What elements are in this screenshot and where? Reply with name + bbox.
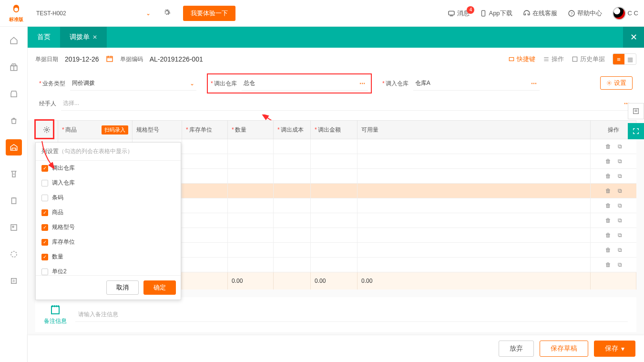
copy-icon[interactable]: ⧉ — [618, 187, 622, 194]
shortcut-link[interactable]: 快捷键 — [508, 55, 535, 63]
form-row-2: 经手人 选择...⋯ — [28, 94, 644, 120]
checkbox-icon — [41, 269, 48, 275]
help-button[interactable]: ? 帮助中心 — [568, 9, 602, 18]
home-icon[interactable] — [6, 32, 22, 49]
sidebar: 新 — [0, 27, 28, 362]
user-menu[interactable]: C C — [613, 7, 638, 20]
new-icon[interactable]: 新 — [6, 273, 22, 289]
delete-icon[interactable]: 🗑 — [605, 217, 611, 224]
docno-label: 单据编码 — [120, 55, 143, 63]
delete-icon[interactable]: 🗑 — [605, 261, 611, 268]
delete-icon[interactable]: 🗑 — [605, 202, 611, 209]
gear-icon[interactable] — [160, 6, 174, 21]
column-option[interactable]: ✓调出仓库 — [36, 161, 181, 176]
more-icon[interactable]: ⋯ — [359, 80, 366, 87]
copy-icon[interactable]: ⧉ — [618, 173, 622, 179]
close-icon[interactable]: ✕ — [92, 34, 97, 41]
column-option[interactable]: ✓商品 — [36, 205, 181, 220]
copy-icon[interactable]: ⧉ — [618, 143, 622, 150]
copy-icon[interactable]: ⧉ — [618, 158, 622, 165]
delete-icon[interactable]: 🗑 — [605, 232, 611, 238]
popup-list[interactable]: ✓调出仓库调入仓库条码✓商品✓规格型号✓库存单位✓数量单位2 — [36, 161, 181, 275]
delete-icon[interactable]: 🗑 — [605, 247, 611, 253]
field-out-warehouse[interactable]: *调出仓库 总仓⋯ — [211, 76, 368, 91]
copy-icon[interactable]: ⧉ — [618, 232, 622, 238]
remark-input[interactable]: 请输入备注信息 — [75, 308, 628, 322]
column-option[interactable]: 单位2 — [36, 264, 181, 275]
column-option[interactable]: ✓规格型号 — [36, 220, 181, 235]
delete-icon[interactable]: 🗑 — [605, 187, 611, 194]
support-label: 在线客服 — [532, 9, 557, 18]
save-draft-button[interactable]: 保存草稿 — [540, 341, 588, 357]
column-option[interactable]: 条码 — [36, 190, 181, 205]
note-icon[interactable] — [628, 103, 644, 119]
discard-button[interactable]: 放弃 — [499, 341, 534, 357]
checkbox-icon: ✓ — [41, 254, 48, 260]
copy-icon[interactable]: ⧉ — [618, 261, 622, 268]
settings-button[interactable]: 设置 — [600, 76, 633, 90]
tab-home[interactable]: 首页 — [28, 27, 60, 48]
view-toggle: ≡ ▦ — [613, 53, 636, 65]
messages-button[interactable]: 消息 4 — [448, 9, 470, 18]
svg-rect-0 — [449, 11, 454, 15]
col-avail: 可用量 — [358, 121, 591, 139]
footer-actions: 放弃 保存草稿 保存▾ — [28, 335, 644, 362]
history-link[interactable]: 历史单据 — [572, 55, 605, 63]
fullscreen-icon[interactable] — [628, 123, 644, 139]
view-grid-icon[interactable]: ▦ — [624, 54, 636, 64]
top-header: 标准版 TEST-H002 ⌄ 我要体验一下 消息 4 App下载 在线客服 ?… — [0, 0, 644, 27]
operate-link[interactable]: 操作 — [543, 55, 564, 63]
cta-button[interactable]: 我要体验一下 — [183, 6, 235, 21]
ok-button[interactable]: 确定 — [143, 280, 176, 295]
column-settings-button[interactable] — [35, 121, 58, 139]
cancel-button[interactable]: 取消 — [106, 280, 139, 295]
app-download-label: App下载 — [489, 9, 512, 18]
money-icon[interactable] — [6, 166, 22, 182]
delete-icon[interactable]: 🗑 — [605, 143, 611, 150]
column-option[interactable]: ✓数量 — [36, 249, 181, 264]
checkbox-icon — [41, 195, 48, 201]
copy-icon[interactable]: ⧉ — [618, 247, 622, 253]
warehouse-icon[interactable] — [6, 139, 22, 155]
field-in-warehouse[interactable]: *调入仓库 仓库A⋯ — [382, 76, 540, 91]
popup-title: 列设置（勾选的列会在表格中显示） — [36, 143, 181, 161]
tab-transfer[interactable]: 调拨单 ✕ — [60, 27, 107, 48]
calendar-icon[interactable] — [106, 55, 113, 64]
clipboard-icon[interactable] — [6, 193, 22, 209]
workspace-select[interactable]: TEST-H002 ⌄ — [31, 5, 155, 21]
column-option[interactable]: ✓库存单位 — [36, 235, 181, 249]
right-rail — [628, 103, 644, 139]
gift-icon[interactable] — [6, 59, 22, 75]
copy-icon[interactable]: ⧉ — [618, 202, 622, 209]
checkbox-icon: ✓ — [41, 239, 48, 246]
field-biz-type[interactable]: *业务类型 同价调拨⌄ — [39, 76, 196, 91]
view-list-icon[interactable]: ≡ — [613, 54, 624, 64]
delete-icon[interactable]: 🗑 — [605, 173, 611, 179]
col-amt: *调出金额 — [311, 121, 358, 139]
copy-icon[interactable]: ⧉ — [618, 217, 622, 224]
column-settings-popup: 列设置（勾选的列会在表格中显示） ✓调出仓库调入仓库条码✓商品✓规格型号✓库存单… — [35, 142, 181, 300]
support-button[interactable]: 在线客服 — [523, 9, 557, 18]
contact-icon[interactable] — [6, 219, 22, 236]
save-button[interactable]: 保存▾ — [594, 341, 635, 357]
more-icon[interactable]: ⋯ — [531, 80, 538, 87]
table-header: *商品扫码录入 规格型号 *库存单位 *数量 *调出成本 *调出金额 可用量 操… — [35, 120, 636, 139]
app-download-button[interactable]: App下载 — [480, 9, 512, 18]
close-all-tabs[interactable]: ✕ — [623, 27, 644, 48]
remark-section: 备注信息 请输入备注信息 — [35, 297, 636, 332]
delete-icon[interactable]: 🗑 — [605, 158, 611, 165]
logo[interactable]: 标准版 — [6, 4, 27, 23]
scan-button[interactable]: 扫码录入 — [102, 125, 128, 134]
docno-value: AL-20191226-001 — [150, 55, 203, 63]
store-icon[interactable] — [6, 86, 22, 102]
checkbox-icon: ✓ — [41, 209, 48, 216]
bag-icon[interactable] — [6, 113, 22, 129]
svg-rect-11 — [107, 56, 112, 62]
svg-text:新: 新 — [12, 279, 15, 282]
column-option[interactable]: 调入仓库 — [36, 176, 181, 190]
field-handler[interactable]: 经手人 选择...⋯ — [39, 96, 633, 111]
col-unit: *库存单位 — [182, 121, 228, 139]
checkbox-icon: ✓ — [41, 224, 48, 231]
sync-icon[interactable] — [6, 246, 22, 262]
date-value[interactable]: 2019-12-26 — [65, 55, 99, 63]
